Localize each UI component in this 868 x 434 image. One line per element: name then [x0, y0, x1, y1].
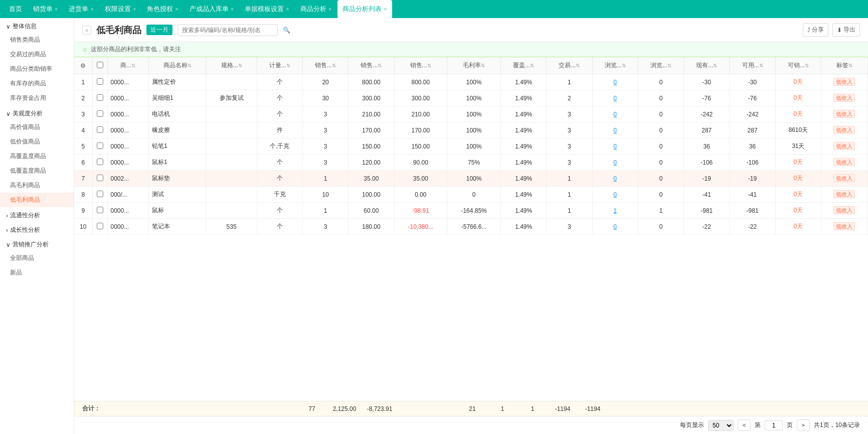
total-current: -1194 [548, 405, 578, 412]
row-sales: 300.00 [394, 90, 447, 106]
table-header-row: ⚙ 商...⇅ 商品名称⇅ 规格...⇅ 计量...⇅ 销售...⇅ 销售...… [74, 57, 868, 74]
th-settings[interactable]: ⚙ [74, 57, 92, 74]
th-name[interactable]: 商品名称⇅ [148, 57, 206, 74]
th-checkbox[interactable] [92, 57, 107, 74]
row-browse1[interactable]: 0 [592, 106, 638, 122]
sidebar-item-category-rate[interactable]: 商品分类助销率 [0, 62, 74, 76]
row-browse1[interactable]: 0 [592, 138, 638, 155]
row-checkbox[interactable] [92, 155, 107, 171]
th-current[interactable]: 现有...⇅ [684, 57, 730, 74]
row-browse1[interactable]: 0 [592, 90, 638, 106]
th-available[interactable]: 可用...⇅ [730, 57, 775, 74]
row-browse1[interactable]: 1 [592, 203, 638, 219]
row-index: 6 [74, 155, 92, 171]
close-icon[interactable]: × [90, 6, 93, 12]
th-trade[interactable]: 交易...⇅ [547, 57, 592, 74]
per-page-select[interactable]: 50 100 200 [708, 420, 734, 431]
row-current: -106 [684, 155, 730, 171]
th-qty[interactable]: 销售...⇅ [302, 57, 348, 74]
th-browse1[interactable]: 浏览...⇅ [592, 57, 638, 74]
sidebar-item-stocked-goods[interactable]: 有库存的商品 [0, 76, 74, 91]
th-code[interactable]: 商...⇅ [107, 57, 148, 74]
row-spec [206, 138, 257, 155]
sidebar-item-all-goods[interactable]: 全部商品 [0, 251, 74, 265]
sidebar-item-high-margin[interactable]: 高毛利商品 [0, 178, 74, 193]
nav-item-product-entry[interactable]: 产成品入库单 × [185, 0, 239, 18]
row-checkbox[interactable] [92, 90, 107, 106]
th-spec[interactable]: 规格...⇅ [206, 57, 257, 74]
close-icon[interactable]: × [384, 6, 387, 12]
row-checkbox[interactable] [92, 219, 107, 235]
sidebar-item-new-goods[interactable]: 新品 [0, 265, 74, 280]
select-all-checkbox[interactable] [97, 62, 103, 68]
nav-item-home[interactable]: 首页 [4, 0, 27, 18]
row-coverage: 1.49% [501, 138, 547, 155]
row-checkbox[interactable] [92, 171, 107, 187]
nav-item-template[interactable]: 单据模板设置 × [240, 0, 294, 18]
search-icon[interactable]: 🔍 [283, 27, 290, 34]
th-gross[interactable]: 毛利率⇅ [447, 57, 501, 74]
close-icon[interactable]: × [231, 6, 234, 12]
row-tag: 低收入 [821, 138, 867, 155]
sidebar-group-liquidity[interactable]: › 流通性分析 [0, 207, 74, 222]
row-browse1[interactable]: 0 [592, 74, 638, 90]
row-current: -22 [684, 219, 730, 235]
nav-item-sales[interactable]: 销货单 × [28, 0, 63, 18]
sidebar-group-marketing[interactable]: ∨ 营销推广分析 [0, 236, 74, 251]
close-icon[interactable]: × [133, 6, 136, 12]
page-number-input[interactable] [765, 420, 783, 430]
row-browse1[interactable]: 0 [592, 122, 638, 138]
th-sales[interactable]: 销售...⇅ [394, 57, 447, 74]
nav-item-purchase[interactable]: 进货单 × [64, 0, 98, 18]
row-gross: 100% [447, 138, 501, 155]
share-button[interactable]: ⤴ 分享 [803, 23, 828, 37]
sidebar-item-low-coverage[interactable]: 低覆盖度商品 [0, 164, 74, 178]
th-sellable[interactable]: 可销...⇅ [775, 57, 821, 74]
sidebar-item-low-margin[interactable]: 低毛利商品 [0, 193, 74, 207]
search-input[interactable] [178, 24, 278, 36]
prev-page-button[interactable]: ＜ [738, 419, 751, 431]
close-icon[interactable]: × [175, 6, 178, 12]
th-coverage[interactable]: 覆盖...⇅ [501, 57, 547, 74]
row-trade: 1 [547, 187, 592, 203]
sidebar-item-low-value[interactable]: 低价值商品 [0, 134, 74, 149]
th-unit[interactable]: 计量...⇅ [257, 57, 302, 74]
row-browse1[interactable]: 0 [592, 219, 638, 235]
close-icon[interactable]: × [328, 6, 331, 12]
nav-item-permissions[interactable]: 权限设置 × [100, 0, 141, 18]
row-checkbox[interactable] [92, 187, 107, 203]
data-table: ⚙ 商...⇅ 商品名称⇅ 规格...⇅ 计量...⇅ 销售...⇅ 销售...… [74, 57, 868, 235]
nav-item-roles[interactable]: 角色授权 × [142, 0, 183, 18]
sidebar-item-high-coverage[interactable]: 高覆盖度商品 [0, 149, 74, 164]
row-code: 000/... [107, 187, 148, 203]
row-checkbox[interactable] [92, 74, 107, 90]
row-browse1[interactable]: 0 [592, 155, 638, 171]
row-checkbox[interactable] [92, 122, 107, 138]
total-pages-label: 共1页，10条记录 [814, 421, 860, 429]
close-icon[interactable]: × [55, 6, 58, 12]
sidebar-group-overall[interactable]: ∨ 整体信息 [0, 18, 74, 33]
sidebar-item-inventory-capital[interactable]: 库存资金占用 [0, 91, 74, 105]
row-sellable: 0天 [775, 203, 821, 219]
collapse-sidebar-button[interactable]: « [82, 26, 91, 35]
next-page-button[interactable]: ＞ [797, 419, 810, 431]
export-button[interactable]: ⬇ 导出 [832, 23, 860, 37]
sidebar-group-beauty[interactable]: ∨ 美观度分析 [0, 105, 74, 120]
row-browse1[interactable]: 0 [592, 171, 638, 187]
row-browse2: 0 [638, 106, 683, 122]
sidebar-item-traded-goods[interactable]: 交易过的商品 [0, 47, 74, 62]
th-tag[interactable]: 标签⇅ [821, 57, 867, 74]
nav-item-analysis[interactable]: 商品分析 × [295, 0, 336, 18]
sidebar-item-sales-goods[interactable]: 销售类商品 [0, 33, 74, 47]
time-range-tag[interactable]: 近一月 [146, 25, 172, 35]
row-checkbox[interactable] [92, 106, 107, 122]
close-icon[interactable]: × [286, 6, 289, 12]
th-price[interactable]: 销售...⇅ [349, 57, 394, 74]
nav-item-analysis-list[interactable]: 商品分析列表 × [337, 0, 392, 18]
row-browse1[interactable]: 0 [592, 187, 638, 203]
sidebar-group-growth[interactable]: › 成长性分析 [0, 222, 74, 236]
row-checkbox[interactable] [92, 203, 107, 219]
th-browse2[interactable]: 浏览...⇅ [638, 57, 683, 74]
sidebar-item-high-value[interactable]: 高价值商品 [0, 120, 74, 134]
row-checkbox[interactable] [92, 138, 107, 155]
